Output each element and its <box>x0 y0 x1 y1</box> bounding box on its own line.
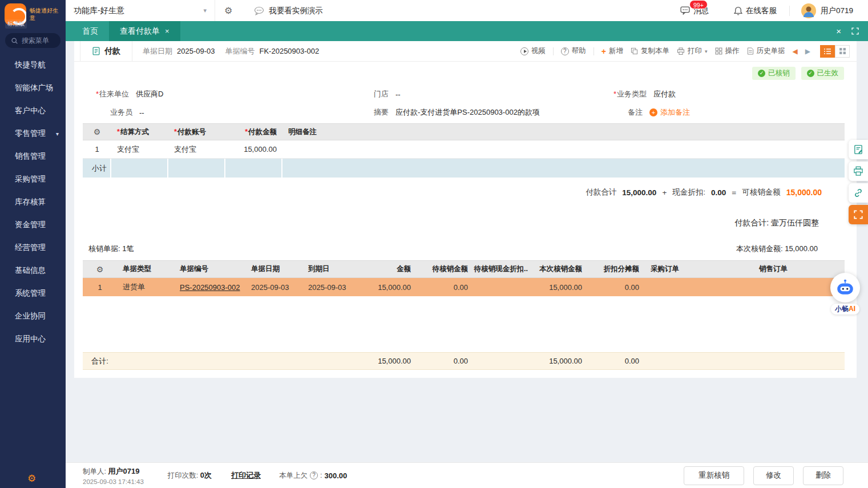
sidebar: 畅捷通好生意 标准版 搜索菜单 快捷导航 智能体广场 客户中心 零售管理▾ 销售… <box>0 0 66 488</box>
plus-operator: + <box>662 188 667 197</box>
close-all-icon[interactable]: × <box>836 26 841 36</box>
expand-icon <box>854 210 863 219</box>
print-tool-button[interactable] <box>849 162 868 181</box>
column-settings-gear-icon[interactable]: ⚙ <box>83 265 117 274</box>
sidebar-item-label: 企业协同 <box>15 311 46 321</box>
printer-icon <box>677 47 685 55</box>
question-icon[interactable]: ? <box>310 471 318 479</box>
tab-home[interactable]: 首页 <box>71 21 109 41</box>
app-switcher-dropdown[interactable]: 功能库-好生意 ▾ <box>66 0 215 21</box>
field-partner: *往来单位 供应商D <box>96 89 163 99</box>
field-store-value: -- <box>395 90 401 99</box>
sidebar-item-app-center[interactable]: 应用中心 <box>0 328 66 350</box>
pay-total-label: 付款合计 <box>586 187 616 197</box>
tab-view-payment-label: 查看付款单 <box>120 26 160 37</box>
ai-assistant-label: 小畅AI <box>831 304 859 314</box>
payment-line-row[interactable]: 1 支付宝 支付宝 15,000.00 <box>83 140 845 159</box>
menu-search[interactable]: 搜索菜单 <box>5 33 60 48</box>
payment-subtotal-row: 小计 <box>83 159 845 178</box>
previous-document-icon[interactable]: ◀ <box>793 47 798 55</box>
user-menu[interactable]: 用户0719 <box>801 3 853 18</box>
copy-icon <box>631 47 638 55</box>
copy-document-button[interactable]: 复制本单 <box>631 46 669 56</box>
print-button[interactable]: 打印 ▾ <box>677 46 708 56</box>
sidebar-item-customer-center[interactable]: 客户中心 <box>0 99 66 122</box>
field-summary-value: 应付款-支付进货单PS-20250903-002的款项 <box>395 107 540 118</box>
add-button[interactable]: + 新增 <box>601 46 623 56</box>
next-document-icon[interactable]: ▶ <box>805 47 810 55</box>
sidebar-item-base-info[interactable]: 基础信息 <box>0 259 66 282</box>
sidebar-item-label: 库存核算 <box>15 197 46 207</box>
doc-date-cell: 2025-09-03 <box>245 283 302 292</box>
sidebar-item-purchase-mgmt[interactable]: 采购管理 <box>0 168 66 191</box>
grid-view-button[interactable] <box>835 45 850 58</box>
operations-label: 操作 <box>725 46 740 56</box>
sidebar-item-label: 经营管理 <box>15 243 46 253</box>
tab-payment-doc[interactable]: 付款 <box>80 41 132 62</box>
delete-button[interactable]: 删除 <box>803 466 843 485</box>
total-amount: 15,000.00 <box>358 357 417 365</box>
col-due-date-header: 到期日 <box>302 264 358 274</box>
writeoff-row[interactable]: 1 进货单 PS-20250903-002 2025-09-03 2025-09… <box>83 278 845 296</box>
sidebar-item-quick-nav[interactable]: 快捷导航 <box>0 54 66 76</box>
amount-in-words-label: 付款合计: <box>734 218 769 227</box>
demo-link[interactable]: 我要看实例演示 <box>254 6 323 16</box>
fullscreen-icon[interactable] <box>851 27 859 35</box>
operations-button[interactable]: 操作 <box>715 46 740 56</box>
print-log-link[interactable]: 打印记录 <box>231 470 261 481</box>
discount-share-cell: 0.00 <box>588 283 645 292</box>
print-count-label: 打印次数: <box>168 471 198 479</box>
subtotal-empty-cell <box>168 159 225 178</box>
sidebar-item-agent-plaza[interactable]: 智能体广场 <box>0 76 66 99</box>
topbar-gear-icon[interactable]: ⚙ <box>224 5 232 16</box>
document-footer: 制单人: 用户0719 2025-09-03 17:41:43 打印次数: 0次… <box>66 462 868 488</box>
edit-button[interactable]: 修改 <box>753 466 794 485</box>
online-support-button[interactable]: 在线客服 <box>734 6 777 16</box>
column-settings-gear-icon[interactable]: ⚙ <box>83 127 111 136</box>
ai-assistant-widget[interactable]: 小畅AI <box>829 273 861 314</box>
sidebar-settings-gear-icon[interactable]: ⚙ <box>27 473 36 485</box>
subtotal-empty-cell <box>282 159 845 178</box>
add-remark-button[interactable]: + 添加备注 <box>649 107 690 118</box>
col-doc-type-header: 单据类型 <box>117 264 174 274</box>
note-edit-tool-button[interactable] <box>849 140 868 159</box>
tab-view-payment[interactable]: 查看付款单 × <box>109 21 180 41</box>
sidebar-item-retail-mgmt[interactable]: 零售管理▾ <box>0 122 66 145</box>
doc-date-value: 2025-09-03 <box>177 47 215 55</box>
expand-tool-button[interactable] <box>849 205 868 224</box>
verifiable-label: 可核销金额 <box>742 187 781 197</box>
sidebar-item-label: 智能体广场 <box>15 83 54 93</box>
required-mark: * <box>174 128 177 136</box>
total-current: 15,000.00 <box>534 357 588 365</box>
tabbar-actions: × <box>836 21 868 41</box>
sidebar-item-system-mgmt[interactable]: 系统管理 <box>0 282 66 305</box>
ai-assistant-name: 小畅 <box>835 305 849 313</box>
doc-no-cell: PS-20250903-002 <box>174 283 245 292</box>
field-remark-label: 备注 <box>628 107 643 118</box>
pay-total-value: 15,000.00 <box>622 188 656 197</box>
sidebar-item-inventory-accounting[interactable]: 库存核算 <box>0 191 66 213</box>
doc-no-link[interactable]: PS-20250903-002 <box>180 283 240 292</box>
list-view-button[interactable] <box>820 45 835 58</box>
sidebar-item-operation-mgmt[interactable]: 经营管理 <box>0 236 66 259</box>
sidebar-item-enterprise-collab[interactable]: 企业协同 <box>0 305 66 328</box>
amount-in-words-value: 壹万伍仟圆整 <box>771 218 819 227</box>
required-mark: * <box>96 90 99 98</box>
writeoff-table: ⚙ 单据类型 单据编号 单据日期 到期日 金额 待核销金额 待核销现金折扣.. … <box>83 260 845 370</box>
close-tab-icon[interactable]: × <box>165 27 169 35</box>
doc-date-group: 单据日期 2025-09-03 <box>143 46 215 57</box>
copy-label: 复制本单 <box>641 46 669 56</box>
history-documents-button[interactable]: 历史单据 <box>747 46 785 56</box>
link-tool-button[interactable] <box>849 183 868 203</box>
help-button[interactable]: ? 帮助 <box>561 46 586 56</box>
col-amount-header: 金额 <box>358 264 417 274</box>
col-method-header: *结算方式 <box>111 127 168 137</box>
video-button[interactable]: 视频 <box>520 46 546 56</box>
required-mark: * <box>613 90 616 98</box>
sidebar-item-sales-mgmt[interactable]: 销售管理 <box>0 145 66 168</box>
messages-button[interactable]: 99+ 消息 <box>680 6 709 16</box>
search-icon <box>11 37 18 45</box>
rewriteoff-button[interactable]: 重新核销 <box>684 466 744 485</box>
sidebar-item-funds-mgmt[interactable]: 资金管理 <box>0 213 66 236</box>
field-biztype-label: *业务类型 <box>613 89 647 99</box>
